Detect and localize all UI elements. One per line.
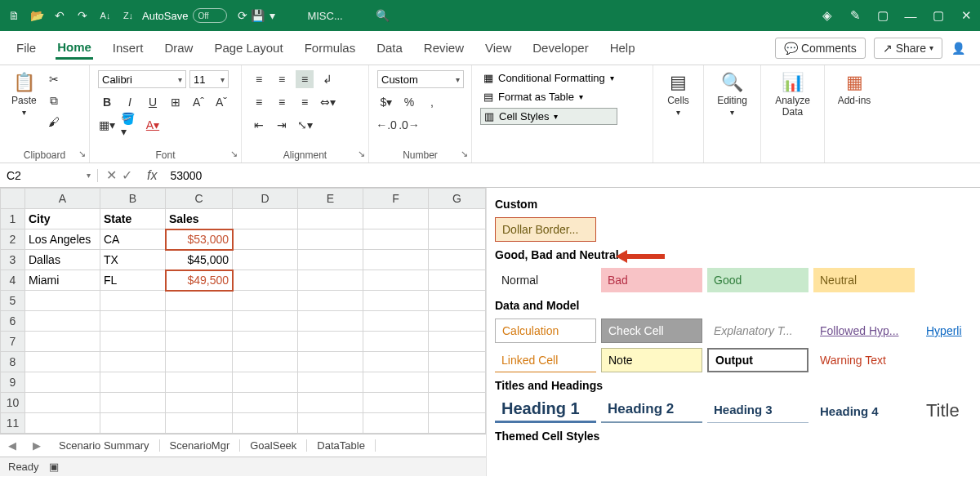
cell[interactable]: TX <box>100 250 166 270</box>
cell[interactable] <box>363 332 429 352</box>
cell[interactable] <box>363 311 429 332</box>
style-explanatory-text[interactable]: Explanatory T... <box>707 318 808 343</box>
cell[interactable] <box>363 250 429 270</box>
cell[interactable] <box>429 270 486 291</box>
cell[interactable]: City <box>25 209 100 229</box>
window-mode-icon[interactable]: ▢ <box>875 8 890 23</box>
style-neutral[interactable]: Neutral <box>813 268 915 292</box>
column-header[interactable]: A <box>25 189 100 209</box>
comma-button[interactable]: , <box>423 93 441 111</box>
style-title[interactable]: Title <box>920 399 960 423</box>
decrease-decimal-icon[interactable]: .0→ <box>400 116 418 134</box>
save-icon[interactable]: 💾 <box>250 8 265 23</box>
cell[interactable] <box>429 413 486 434</box>
style-calculation[interactable]: Calculation <box>495 318 596 343</box>
column-header[interactable]: G <box>429 189 486 209</box>
tab-nav-next[interactable]: ▶ <box>24 439 49 452</box>
cell[interactable]: Miami <box>25 270 100 291</box>
cell[interactable] <box>429 352 486 372</box>
cell[interactable] <box>233 393 298 413</box>
sort-az-icon[interactable]: A↓ <box>98 8 113 23</box>
fill-color-button[interactable]: 🪣▾ <box>121 116 139 134</box>
row-header[interactable]: 2 <box>1 229 25 250</box>
cell-styles-button[interactable]: ▥ Cell Styles▾ <box>480 108 617 125</box>
clipboard-launcher-icon[interactable]: ↘ <box>78 149 86 159</box>
diamond-icon[interactable]: ◈ <box>820 8 835 23</box>
cell[interactable] <box>429 291 486 311</box>
cell[interactable] <box>363 372 429 393</box>
name-box[interactable]: C2 <box>0 169 98 182</box>
row-header[interactable]: 8 <box>1 352 25 372</box>
align-center-icon[interactable]: ≡ <box>273 93 291 111</box>
cell[interactable] <box>298 311 363 332</box>
paste-button[interactable]: 📋 Paste ▾ <box>8 70 40 118</box>
decrease-font-icon[interactable]: Aˇ <box>212 93 230 111</box>
cell[interactable]: Dallas <box>25 250 100 270</box>
cell[interactable] <box>233 352 298 372</box>
style-heading-3[interactable]: Heading 3 <box>707 399 808 423</box>
undo-icon[interactable]: ↶ <box>52 8 67 23</box>
column-header[interactable]: D <box>233 189 298 209</box>
minimize-icon[interactable]: — <box>903 8 918 23</box>
cell[interactable] <box>100 311 166 332</box>
cell[interactable] <box>429 229 486 250</box>
menu-insert[interactable]: Insert <box>111 38 145 58</box>
tab-nav-prev[interactable]: ◀ <box>0 439 24 452</box>
spreadsheet-grid[interactable]: A B C D E F G 1 City State Sales 2 Los A… <box>0 188 486 434</box>
cut-icon[interactable]: ✂ <box>45 70 63 88</box>
cell[interactable] <box>298 352 363 372</box>
style-check-cell[interactable]: Check Cell <box>601 318 702 343</box>
cell[interactable]: FL <box>100 270 166 291</box>
addins-button[interactable]: ▦ Add-ins <box>833 70 875 108</box>
cell[interactable] <box>363 413 429 434</box>
cell[interactable] <box>429 209 486 229</box>
row-header[interactable]: 5 <box>1 291 25 311</box>
row-header[interactable]: 6 <box>1 311 25 332</box>
increase-indent-icon[interactable]: ⇥ <box>273 116 291 134</box>
cell[interactable] <box>25 352 100 372</box>
row-header[interactable]: 1 <box>1 209 25 229</box>
formula-input[interactable]: 53000 <box>163 169 980 182</box>
style-dollar-border[interactable]: Dollar Border... <box>495 217 596 242</box>
alignment-launcher-icon[interactable]: ↘ <box>358 149 365 159</box>
cell[interactable] <box>429 372 486 393</box>
menu-home[interactable]: Home <box>56 37 93 60</box>
menu-page-layout[interactable]: Page Layout <box>212 38 284 58</box>
cell[interactable] <box>233 311 298 332</box>
style-linked-cell[interactable]: Linked Cell <box>495 348 596 372</box>
style-note[interactable]: Note <box>601 348 702 372</box>
cell[interactable] <box>100 332 166 352</box>
share-button[interactable]: ↗ Share ▾ <box>874 38 942 59</box>
cell[interactable] <box>363 393 429 413</box>
cell[interactable] <box>233 413 298 434</box>
cell[interactable] <box>233 372 298 393</box>
cell[interactable] <box>233 250 298 270</box>
cell[interactable] <box>429 250 486 270</box>
cell[interactable] <box>298 413 363 434</box>
wrap-text-button[interactable]: ↲ <box>318 70 336 88</box>
align-bottom-icon[interactable]: ≡ <box>296 70 314 88</box>
comments-button[interactable]: 💬 Comments <box>775 38 866 59</box>
enter-formula-icon[interactable]: ✓ <box>122 167 132 183</box>
cell[interactable] <box>166 352 233 372</box>
cell[interactable] <box>298 332 363 352</box>
cell[interactable] <box>298 291 363 311</box>
menu-review[interactable]: Review <box>422 38 466 58</box>
font-name-select[interactable]: Calibri <box>98 70 186 88</box>
currency-button[interactable]: $▾ <box>377 93 395 111</box>
align-middle-icon[interactable]: ≡ <box>273 70 291 88</box>
menu-file[interactable]: File <box>15 38 38 58</box>
row-header[interactable]: 11 <box>1 413 25 434</box>
merge-button[interactable]: ⇔▾ <box>318 93 336 111</box>
search-icon[interactable]: 🔍 <box>376 8 390 23</box>
bold-button[interactable]: B <box>98 93 116 111</box>
decrease-indent-icon[interactable]: ⇤ <box>250 116 268 134</box>
style-hyperlink[interactable]: Hyperli <box>920 318 960 343</box>
column-header[interactable]: E <box>298 189 363 209</box>
column-header[interactable]: B <box>100 189 166 209</box>
macro-record-icon[interactable]: ▣ <box>49 461 59 473</box>
cell[interactable] <box>363 229 429 250</box>
qat-more-icon[interactable]: ▾ <box>265 8 279 23</box>
cell-selected[interactable]: $53,000 <box>166 229 233 250</box>
cell[interactable] <box>25 291 100 311</box>
